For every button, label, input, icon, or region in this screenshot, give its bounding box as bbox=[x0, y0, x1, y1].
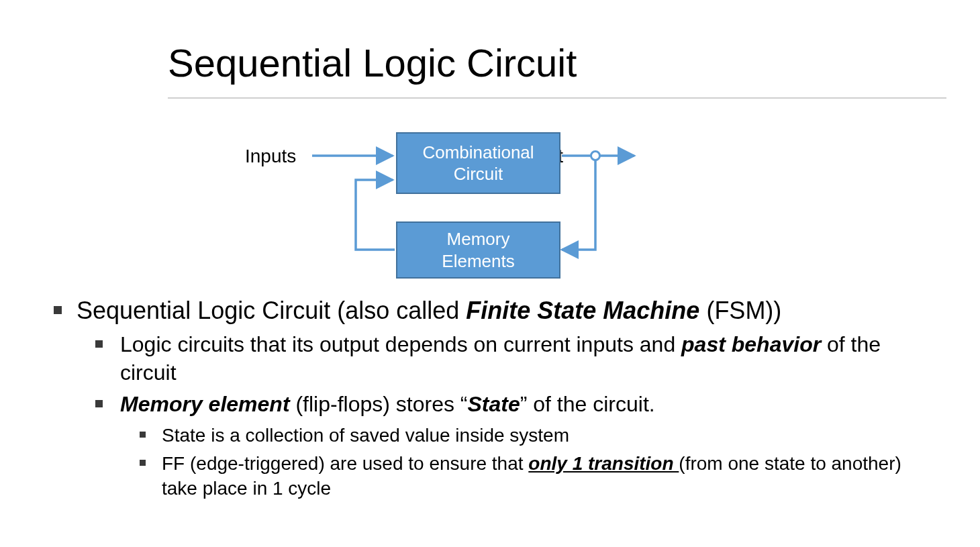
text-fragment: Finite State Machine bbox=[466, 297, 699, 324]
text-fragment: Sequential Logic Circuit (also called bbox=[77, 297, 466, 324]
bullet-icon bbox=[54, 306, 62, 314]
mem-line2: Elements bbox=[397, 250, 559, 272]
bullet-level1: Sequential Logic Circuit (also called Fi… bbox=[54, 295, 940, 326]
bullet-level2: Logic circuits that its output depends o… bbox=[95, 331, 940, 387]
text-fragment: FF (edge-triggered) are used to ensure t… bbox=[162, 453, 528, 474]
text-fragment: Memory element bbox=[120, 392, 290, 416]
bullet-icon bbox=[95, 340, 103, 348]
text-fragment: past behavior bbox=[681, 332, 821, 356]
svg-point-2 bbox=[591, 152, 600, 160]
title-underline bbox=[168, 97, 946, 99]
bullet-text: Memory element (flip-flops) stores “Stat… bbox=[120, 391, 655, 419]
text-fragment: Logic circuits that its output depends o… bbox=[120, 332, 681, 356]
slide: Sequential Logic Circuit Inputs Output C… bbox=[0, 0, 980, 547]
combinational-circuit-box: Combinational Circuit bbox=[396, 132, 560, 194]
text-fragment: (FSM)) bbox=[699, 297, 781, 324]
block-diagram: Inputs Output Combinational Circuit Memo… bbox=[242, 117, 671, 292]
mem-line1: Memory bbox=[397, 228, 559, 250]
comb-line2: Circuit bbox=[397, 163, 559, 185]
bullet-icon bbox=[140, 432, 146, 438]
bullet-level3: State is a collection of saved value ins… bbox=[140, 423, 940, 448]
text-fragment: only 1 transition bbox=[528, 453, 679, 474]
text-fragment: ” of the circuit. bbox=[520, 392, 655, 416]
bullet-icon bbox=[140, 460, 146, 466]
inputs-label: Inputs bbox=[245, 146, 296, 167]
text-fragment: State bbox=[467, 392, 520, 416]
bullet-content: Sequential Logic Circuit (also called Fi… bbox=[54, 295, 940, 504]
bullet-text: Logic circuits that its output depends o… bbox=[120, 331, 940, 387]
bullet-level3: FF (edge-triggered) are used to ensure t… bbox=[140, 451, 940, 502]
bullet-level2: Memory element (flip-flops) stores “Stat… bbox=[95, 391, 940, 419]
memory-elements-box: Memory Elements bbox=[396, 221, 560, 279]
comb-line1: Combinational bbox=[397, 142, 559, 164]
bullet-text: FF (edge-triggered) are used to ensure t… bbox=[162, 451, 940, 502]
bullet-icon bbox=[95, 400, 103, 407]
bullet-text: Sequential Logic Circuit (also called Fi… bbox=[77, 295, 781, 326]
bullet-text: State is a collection of saved value ins… bbox=[162, 423, 569, 448]
text-fragment: (flip-flops) stores “ bbox=[290, 392, 468, 416]
slide-title: Sequential Logic Circuit bbox=[168, 40, 577, 85]
